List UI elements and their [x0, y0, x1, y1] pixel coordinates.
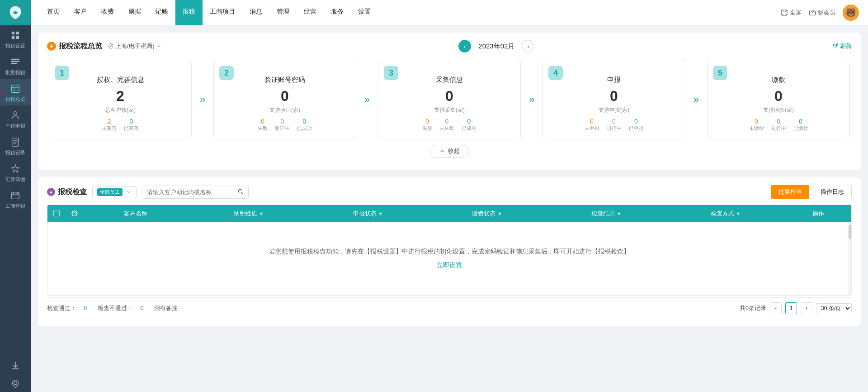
nav-services[interactable]: 服务	[324, 0, 351, 25]
stat-item: 0 验证中	[275, 118, 290, 132]
stat-num: 0	[303, 118, 307, 125]
stat-label: 已缴款	[793, 125, 808, 132]
nav-accounting[interactable]: 记账	[148, 0, 175, 25]
month-nav: ‹ 2023年02月 ›	[458, 40, 534, 53]
step-num-2: 2	[219, 66, 234, 80]
vip-button[interactable]: 畅会员	[809, 9, 835, 17]
sidebar-item-location[interactable]	[0, 374, 31, 392]
step-label-1: 总客户数(家)	[105, 106, 136, 114]
stat-num: 0	[130, 118, 133, 125]
search-input[interactable]	[142, 186, 233, 198]
setup-link[interactable]: 立即设置	[71, 261, 828, 269]
stat-num: 0	[425, 118, 429, 125]
top-nav: 首页 客户 收费 票据 记账 报税 工商项目 消息 管理 经营 服务 设置 全屏	[31, 0, 868, 25]
annual-report-icon	[10, 190, 21, 201]
nav-tax[interactable]: 报税	[175, 0, 203, 25]
sidebar-item-personal-tax[interactable]: 个税申报	[0, 105, 31, 132]
stat-item: 0 已完善	[124, 118, 139, 132]
th-declaration-status: 申报状态 ▼	[308, 205, 428, 222]
fullscreen-label: 全屏	[790, 9, 802, 17]
location-tag[interactable]: 上海(电子税局)	[108, 42, 161, 50]
stat-item: 0 进行中	[771, 118, 786, 132]
employee-filter-dropdown[interactable]: 全部员工	[92, 186, 137, 198]
content-area: + 报税流程总览 上海(电子税局) ‹ 2023年02月 ›	[31, 25, 868, 392]
current-page: 1	[785, 302, 797, 314]
sidebar-item-annual-settlement[interactable]: 汇算清缴	[0, 159, 31, 186]
step-stats-1: 2 未完善 0 已完善	[102, 118, 139, 132]
download-icon	[10, 360, 21, 371]
per-page-select[interactable]: 30 条/页	[816, 303, 852, 313]
svg-point-26	[74, 212, 75, 214]
sidebar-item-download[interactable]	[0, 356, 31, 374]
stat-item: 0 未采集	[439, 118, 454, 132]
sidebar-item-label: 汇算清缴	[5, 176, 25, 183]
scrollbar[interactable]	[848, 224, 851, 295]
prev-month-button[interactable]: ‹	[458, 40, 471, 53]
fail-label: 检查不通过：	[98, 304, 133, 312]
refresh-button[interactable]: 刷新	[832, 42, 852, 50]
select-all-checkbox[interactable]	[53, 210, 60, 216]
stat-label: 未采集	[439, 125, 454, 132]
stat-item: 0 未缴款	[749, 118, 764, 132]
fail-count[interactable]: 0	[140, 305, 143, 311]
note-label: 囧有备注	[154, 304, 178, 312]
check-header: ● 报税检查 全部员工	[47, 185, 852, 199]
user-avatar[interactable]: 🐻	[843, 5, 859, 21]
sidebar-item-tax-settings[interactable]: 报税设置	[0, 25, 31, 52]
th-check-method: 检查方式 ▼	[666, 205, 785, 222]
nav-operations[interactable]: 经营	[297, 0, 324, 25]
step-stats-4: 0 未申报 0 进行中 0 已申报	[585, 118, 644, 132]
sidebar-item-tax-overview[interactable]: 报税总览	[0, 79, 31, 105]
svg-rect-2	[12, 36, 14, 39]
step-count-1: 2	[116, 88, 124, 105]
pass-label: 检查通过：	[47, 304, 76, 312]
next-month-button[interactable]: ›	[522, 40, 534, 53]
empty-hint: 若您想使用报税检查功能，请先在【报税设置】中进行报税的初化设置，完成密码验证和信…	[71, 248, 828, 256]
th-settings	[66, 205, 84, 222]
nav-commerce[interactable]: 工商项目	[203, 0, 242, 25]
stat-item: 0 进行中	[607, 118, 622, 132]
collapse-button[interactable]: 收起	[429, 145, 469, 158]
vip-label: 畅会员	[818, 9, 835, 17]
app-logo	[0, 0, 31, 25]
fullscreen-button[interactable]: 全屏	[781, 9, 802, 17]
pass-count[interactable]: 0	[84, 305, 87, 311]
scrollbar-thumb	[849, 225, 851, 239]
nav-management[interactable]: 管理	[269, 0, 297, 25]
step-label-2: 支持验证(家)	[269, 106, 300, 114]
nav-fees[interactable]: 收费	[94, 0, 121, 25]
stat-label: 进行中	[771, 125, 786, 132]
tax-check-card: ● 报税检查 全部员工	[38, 177, 861, 326]
footer-left: 检查通过：0 检查不通过：0 囧有备注	[47, 304, 178, 312]
table-container: 客户名称 纳税性质 ▼ 申报状态 ▼ 缴费状态 ▼ 检查结果 ▼ 检查方式 ▼ …	[47, 205, 852, 296]
tax-overview-icon	[10, 83, 21, 94]
sidebar-item-label: 报税总览	[5, 96, 25, 103]
next-page-button[interactable]: ›	[801, 302, 812, 314]
nav-settings[interactable]: 设置	[351, 0, 378, 25]
step-title-1: 授权、完善信息	[97, 76, 144, 84]
stat-label: 未缴款	[749, 125, 764, 132]
nav-client[interactable]: 客户	[67, 0, 94, 25]
arrow-4: »	[687, 60, 705, 139]
batch-check-button[interactable]: 批量检查	[771, 185, 809, 199]
svg-point-24	[110, 45, 112, 47]
stat-item: 0 未申报	[585, 118, 599, 132]
svg-rect-5	[11, 61, 19, 62]
step-count-5: 0	[774, 88, 783, 105]
svg-point-21	[14, 382, 17, 385]
step-title-4: 申报	[607, 76, 621, 84]
stat-label: 失败	[258, 125, 268, 132]
sidebar-item-batch-tax[interactable]: 批量报税	[0, 52, 31, 79]
flow-overview-card: + 报税流程总览 上海(电子税局) ‹ 2023年02月 ›	[38, 33, 861, 170]
stat-label: 失败	[422, 125, 432, 132]
sidebar-item-tax-records[interactable]: 报税记录	[0, 132, 31, 159]
nav-bills[interactable]: 票据	[121, 0, 148, 25]
stat-label: 验证中	[275, 125, 290, 132]
search-button[interactable]	[233, 186, 248, 198]
operation-log-button[interactable]: 操作日志	[813, 185, 852, 199]
sidebar-item-annual-report[interactable]: 工商年报	[0, 186, 31, 212]
nav-home[interactable]: 首页	[40, 0, 67, 25]
prev-page-button[interactable]: ‹	[770, 302, 782, 314]
stat-item: 0 已申报	[629, 118, 644, 132]
nav-messages[interactable]: 消息	[242, 0, 269, 25]
